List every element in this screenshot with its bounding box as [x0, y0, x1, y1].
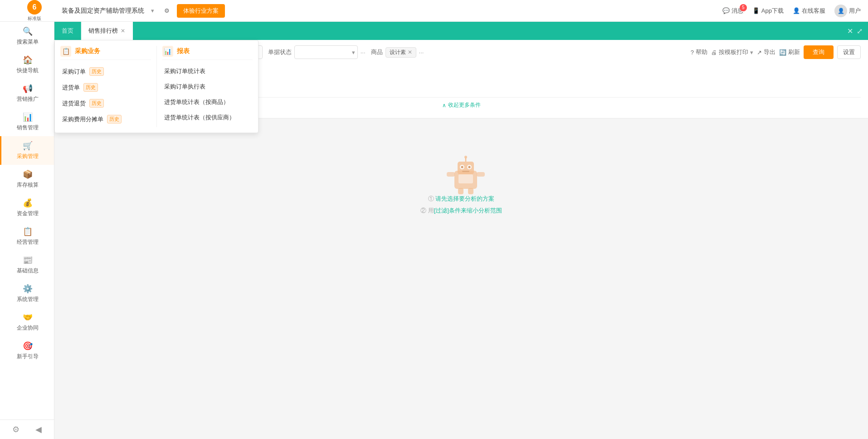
return-label: 进货退货 — [62, 99, 86, 108]
app-label: App下载 — [761, 7, 784, 15]
export-icon: ↗ — [757, 49, 762, 56]
empty-state: ① 请先选择要分析的方案 ② 用[过滤]条件来缩小分析范围 — [54, 118, 868, 251]
dropdown-item-purchase-order[interactable]: 采购订单 历史 — [60, 64, 151, 79]
box-icon: 📦 — [23, 169, 33, 179]
document-status-label: 单据状态 — [268, 48, 292, 56]
document-status-select[interactable] — [294, 45, 358, 59]
purchase-dropdown-menu: 📋 采购业务 采购订单 历史 进货单 历史 进货退货 历史 采购费用分摊单 历史… — [54, 40, 258, 133]
dropdown-purchase-col: 📋 采购业务 采购订单 历史 进货单 历史 进货退货 历史 采购费用分摊单 历史 — [55, 46, 156, 127]
sidebar-item-purchase[interactable]: 🛒 采购管理 — [0, 136, 54, 165]
sidebar-item-finance[interactable]: 💰 资金管理 — [0, 193, 54, 222]
message-icon: 💬 — [722, 7, 730, 14]
help-label: 帮助 — [696, 48, 707, 56]
sidebar: 🔍 搜索菜单 🏠 快捷导航 📢 营销推广 📊 销售管理 🛒 采购管理 📦 库存核… — [0, 22, 54, 439]
user-btn[interactable]: 👤 用户 — [834, 5, 861, 17]
settings-small-btn[interactable]: 设置 — [837, 45, 861, 59]
sidebar-label-finance: 资金管理 — [17, 210, 39, 217]
tab-home-label: 首页 — [62, 27, 73, 35]
refresh-btn[interactable]: 🔄 刷新 — [779, 48, 800, 56]
tab-sales-rank-label: 销售排行榜 — [88, 27, 118, 35]
message-badge: 5 — [740, 4, 747, 11]
chevron-up-icon: ∧ — [442, 102, 446, 109]
sidebar-item-guide[interactable]: 🎯 新手引导 — [0, 336, 54, 365]
headset-icon: 👤 — [793, 7, 800, 14]
goods-tag-text: 设计素 — [390, 49, 406, 56]
system-title: 装备及固定资产辅助管理系统 — [62, 7, 144, 15]
inbound-by-supplier-label: 进货单统计表（按供应商） — [164, 113, 235, 122]
help-btn[interactable]: ? 帮助 — [691, 48, 707, 56]
goods-more[interactable]: ··· — [419, 49, 424, 56]
sidebar-item-marketing[interactable]: 📢 营销推广 — [0, 79, 54, 108]
service-btn[interactable]: 👤 在线客服 — [793, 7, 825, 15]
logo-text: 标准版 — [28, 15, 41, 22]
service-label: 在线客服 — [802, 7, 825, 15]
sidebar-item-operation[interactable]: 📋 经营管理 — [0, 222, 54, 251]
dropdown-item-inbound[interactable]: 进货单 历史 — [60, 79, 151, 95]
sidebar-label-sales: 销售管理 — [17, 124, 39, 132]
sidebar-label-quicknav: 快捷导航 — [17, 67, 39, 74]
goods-tag: 设计素 ✕ — [385, 47, 416, 58]
sidebar-item-system[interactable]: ⚙️ 系统管理 — [0, 279, 54, 308]
collapse-label: 收起更多条件 — [448, 101, 481, 109]
sidebar-settings-btn[interactable]: ⚙ — [12, 424, 20, 434]
dropdown-purchase-title: 📋 采购业务 — [60, 46, 151, 60]
sidebar-item-quicknav[interactable]: 🏠 快捷导航 — [0, 50, 54, 79]
empty-hint2: ② 用[过滤]条件来缩小分析范围 — [420, 207, 502, 215]
dropdown-report-col: 📊 报表 采购订单统计表 采购订单执行表 进货单统计表（按商品） 进货单统计表（… — [156, 46, 258, 127]
sidebar-label-marketing: 营销推广 — [17, 95, 39, 103]
tab-close-sales-rank[interactable]: ✕ — [121, 28, 125, 34]
print-btn[interactable]: 🖨 按模板打印 ▾ — [711, 48, 753, 56]
empty-illustration — [439, 155, 484, 191]
dropdown-item-expense[interactable]: 采购费用分摊单 历史 — [60, 111, 151, 127]
sidebar-label-coop: 企业协同 — [17, 324, 39, 332]
sidebar-collapse-btn[interactable]: ◀ — [35, 424, 42, 434]
history-badge-4: 历史 — [107, 115, 122, 123]
purchase-section-icon: 📋 — [60, 46, 71, 57]
dropdown-item-order-stats[interactable]: 采购订单统计表 — [162, 64, 253, 79]
document-status-more[interactable]: ··· — [361, 49, 366, 56]
goods-label: 商品 — [371, 48, 383, 56]
export-btn[interactable]: ↗ 导出 — [757, 48, 775, 56]
sidebar-item-sales[interactable]: 📊 销售管理 — [0, 108, 54, 136]
dropdown-item-return[interactable]: 进货退货 历史 — [60, 95, 151, 111]
message-btn[interactable]: 💬 消息 5 — [722, 7, 743, 15]
app-download-btn[interactable]: 📱 App下载 — [752, 7, 784, 15]
toolbar-right: ? 帮助 🖨 按模板打印 ▾ ↗ 导出 🔄 刷新 查询 设置 — [691, 45, 861, 59]
tab-maximize-btn[interactable]: ⤢ — [857, 27, 863, 35]
svg-rect-6 — [462, 171, 469, 172]
megaphone-icon: 📢 — [23, 84, 33, 94]
refresh-icon: 🔄 — [779, 49, 786, 56]
svg-point-5 — [468, 166, 471, 168]
svg-rect-10 — [477, 172, 485, 177]
sidebar-item-inventory[interactable]: 📦 库存核算 — [0, 165, 54, 193]
tab-close-btn[interactable]: ✕ — [847, 27, 853, 35]
money-icon: 💰 — [23, 198, 33, 208]
clipboard-icon: 📋 — [23, 227, 33, 237]
tab-sales-rank[interactable]: 销售排行榜 ✕ — [81, 22, 133, 40]
target-icon: 🎯 — [23, 341, 33, 351]
sidebar-label-system: 系统管理 — [17, 296, 39, 303]
industry-btn[interactable]: 体验行业方案 — [177, 4, 225, 18]
user-label: 用户 — [849, 7, 861, 15]
order-stats-label: 采购订单统计表 — [164, 67, 205, 75]
sidebar-item-coop[interactable]: 🤝 企业协同 — [0, 308, 54, 336]
chart-icon: 📊 — [23, 112, 33, 122]
query-btn[interactable]: 查询 — [804, 45, 834, 59]
dropdown-item-inbound-by-supplier[interactable]: 进货单统计表（按供应商） — [162, 110, 253, 125]
report-section-icon: 📊 — [162, 46, 173, 57]
question-icon: ? — [691, 49, 694, 56]
export-label: 导出 — [764, 48, 775, 56]
goods-tag-close-btn[interactable]: ✕ — [408, 49, 412, 55]
title-dropdown-btn[interactable]: ▾ — [148, 6, 157, 15]
dropdown-item-inbound-by-goods[interactable]: 进货单统计表（按商品） — [162, 94, 253, 110]
logo-area: 6 标准版 — [7, 0, 62, 22]
sidebar-item-basic[interactable]: 📰 基础信息 — [0, 251, 54, 279]
dropdown-item-order-exec[interactable]: 采购订单执行表 — [162, 79, 253, 94]
sidebar-label-search: 搜索菜单 — [17, 38, 39, 46]
print-dropdown-icon[interactable]: ▾ — [750, 49, 753, 56]
printer-icon: 🖨 — [711, 49, 717, 56]
logo-icon: 6 — [27, 0, 42, 15]
tab-home[interactable]: 首页 — [54, 22, 81, 40]
header-settings-btn[interactable]: ⚙ — [161, 5, 173, 17]
sidebar-item-search[interactable]: 🔍 搜索菜单 — [0, 22, 54, 50]
